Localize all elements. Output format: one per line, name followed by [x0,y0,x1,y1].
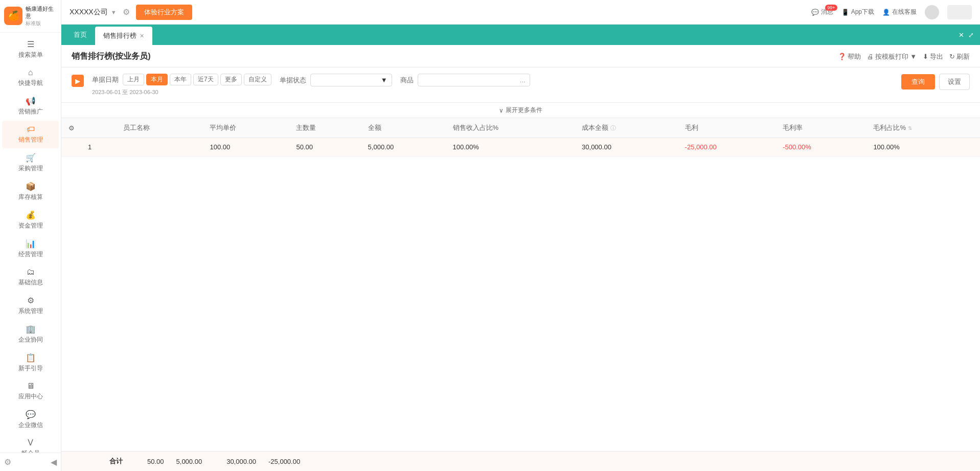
company-selector[interactable]: XXXXX公司 ▼ [70,8,117,17]
operation-icon: 📊 [26,239,36,249]
date-custom-btn[interactable]: 自定义 [244,74,271,85]
setting-button[interactable]: 设置 [939,74,970,90]
service-icon: 👤 [882,9,890,16]
sidebar-item-appstore[interactable]: 🖥应用中心 [2,377,59,405]
inventory-label: 库存核算 [18,193,43,201]
sidebar-item-member[interactable]: V畅会员 [2,434,59,453]
col-amount: 全额 [362,118,447,138]
tab-home[interactable]: 首页 [65,25,95,45]
sidebar-bottom: ⚙ ◀ [0,453,61,471]
row-cost: 30,000.00 [576,138,679,156]
page-header: 销售排行榜(按业务员) ❓ 帮助 🖨 按模板打印 ▼ ⬇ 导出 ↻ 刷新 [61,45,980,68]
logo-subtitle: 标准版 [26,20,57,27]
sidebar-item-wechat[interactable]: 💬企业微信 [2,406,59,434]
table-container: ⚙ 员工名称 平均单价 主数量 全额 销售收入占比% 成本全额 ⓘ 毛利 毛利率… [61,118,980,451]
date-last-month-btn[interactable]: 上月 [123,74,144,85]
guide-label: 新手引导 [18,364,43,373]
settings-bottom-icon[interactable]: ⚙ [4,457,11,467]
refresh-button[interactable]: ↻ 刷新 [949,52,970,61]
sidebar-item-system[interactable]: ⚙系统管理 [2,291,59,320]
tab-close-all-icon[interactable]: ✕ [959,31,964,39]
goods-filter-input[interactable]: ... [418,74,530,86]
purchase-icon: 🛒 [26,153,36,163]
app-download-item[interactable]: 📱 App下载 [841,8,874,16]
search-button[interactable]: 查询 [901,74,935,89]
col-name: 员工名称 [117,118,203,138]
sidebar-item-marketing[interactable]: 📢营销推广 [2,92,59,120]
search-icon: ☰ [27,39,34,49]
corp-icon: 🏢 [26,324,36,334]
status-select-arrow-icon: ▼ [381,76,388,84]
row-amount: 5,000.00 [362,138,447,156]
row-profit-rate: -500.00% [777,138,867,156]
goods-filter-group: 商品 ... [400,74,530,86]
col-qty: 主数量 [290,118,361,138]
basic-label: 基础信息 [18,278,43,287]
operation-label: 经营管理 [18,250,43,259]
logo: 🍊 畅康通好生意 标准版 [0,0,61,33]
expand-more-bar: ∨ 展开更多条件 [61,103,980,118]
tab-bar: 首页 销售排行榜 ✕ ✕ ⤢ [61,25,980,45]
search-label: 搜索菜单 [18,51,43,59]
sidebar-item-finance[interactable]: 💰资金管理 [2,206,59,234]
message-icon: 💬 [811,9,819,16]
filter-bar: ▶ 单据日期 上月 本月 本年 近7天 更多 自定义 2023-06-01 至 … [61,68,980,103]
logo-icon: 🍊 [4,7,22,25]
member-icon: V [28,438,33,447]
basic-icon: 🗂 [27,267,35,277]
status-filter-label: 单据状态 [280,76,306,85]
sidebar-item-corp[interactable]: 🏢企业协同 [2,320,59,348]
app-icon: 📱 [841,9,849,16]
message-icon-item[interactable]: 💬 消息 99+ [811,8,833,16]
export-button[interactable]: ⬇ 导出 [923,52,943,61]
quick-icon: ⌂ [28,68,33,77]
date-more-btn[interactable]: 更多 [220,74,242,85]
member-label: 畅会员 [21,449,40,453]
finance-label: 资金管理 [18,221,43,230]
col-settings[interactable]: ⚙ [61,118,82,138]
tab-maximize-icon[interactable]: ⤢ [968,31,974,39]
row-settings[interactable] [61,138,82,156]
footer-cost: 30,000.00 [220,458,262,465]
status-filter-select[interactable]: ▼ [310,74,392,86]
date-current-month-btn[interactable]: 本月 [146,74,168,85]
sidebar-item-basic[interactable]: 🗂基础信息 [2,263,59,291]
col-avg-price: 平均单价 [203,118,290,138]
system-icon: ⚙ [27,296,34,305]
topbar-settings-icon[interactable]: ⚙ [123,7,130,17]
col-profit-pct: 毛利占比% ⇅ [867,118,980,138]
service-item[interactable]: 👤 在线客服 [882,8,917,16]
page-area: 销售排行榜(按业务员) ❓ 帮助 🖨 按模板打印 ▼ ⬇ 导出 ↻ 刷新 ▶ 单… [61,45,980,471]
tab-close-icon[interactable]: ✕ [140,33,144,39]
sidebar-item-inventory[interactable]: 📦库存核算 [2,177,59,206]
status-filter-group: 单据状态 ▼ [280,74,392,86]
app-label: App下载 [851,8,874,16]
sales-label: 销售管理 [18,136,43,144]
filter-arrow-icon[interactable]: ▶ [72,75,84,87]
expand-more-button[interactable]: ∨ 展开更多条件 [499,106,542,115]
date-7days-btn[interactable]: 近7天 [193,74,218,85]
sidebar-item-sales[interactable]: 🏷销售管理 [2,121,59,148]
purchase-label: 采购管理 [18,164,43,173]
goods-more-link[interactable]: ... [520,76,526,84]
system-label: 系统管理 [18,307,43,316]
avatar2[interactable] [947,5,972,19]
sidebar-item-guide[interactable]: 📋新手引导 [2,349,59,377]
sidebar-item-search[interactable]: ☰搜索菜单 [2,35,59,63]
sidebar-item-quick[interactable]: ⌂快捷导航 [2,64,59,92]
col-profit-rate: 毛利率 [777,118,867,138]
message-badge: 99+ [825,5,837,11]
appstore-label: 应用中心 [18,392,43,401]
avatar[interactable] [925,5,939,19]
trial-button[interactable]: 体验行业方案 [136,5,192,20]
collapse-icon[interactable]: ◀ [51,457,57,467]
sidebar-item-operation[interactable]: 📊经营管理 [2,235,59,263]
date-current-year-btn[interactable]: 本年 [170,74,191,85]
print-button[interactable]: 🖨 按模板打印 ▼ [867,52,917,61]
table-row: 1 100.00 50.00 5,000.00 100.00% 30,000.0… [61,138,980,156]
help-button[interactable]: ❓ 帮助 [838,52,861,61]
sidebar-item-purchase[interactable]: 🛒采购管理 [2,149,59,177]
wechat-label: 企业微信 [18,421,43,430]
logo-title: 畅康通好生意 [26,5,57,20]
tab-sales-ranking[interactable]: 销售排行榜 ✕ [95,27,152,45]
